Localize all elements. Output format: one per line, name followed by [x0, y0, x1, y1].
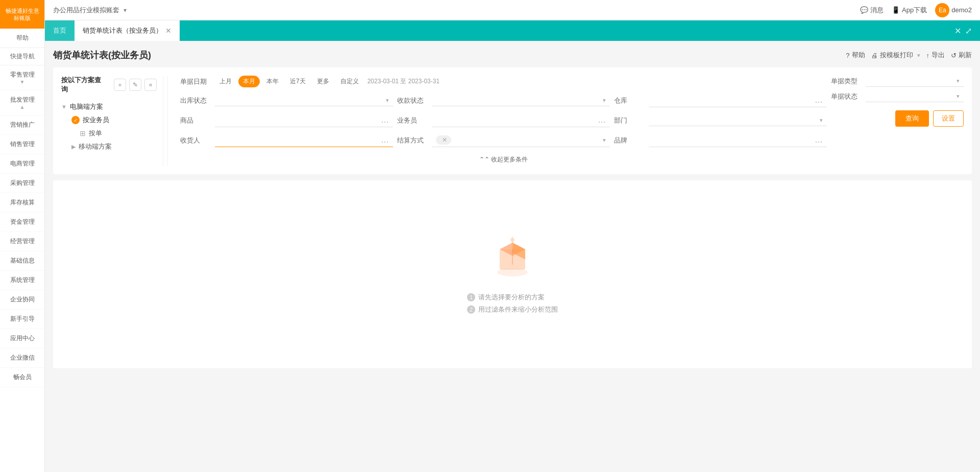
tab-close-window-icon[interactable]: ✕ [954, 26, 961, 36]
retail-label: 零售管理 [0, 70, 44, 79]
sidebar-item-sales[interactable]: 销售管理 [0, 135, 44, 154]
tree-mobile-expand-icon: ▶ [71, 144, 76, 150]
filter-row-docstatus: 单据状态 ▾ [831, 91, 964, 102]
marketing-label: 营销推广 [0, 121, 44, 129]
sidebar-item-wholesale[interactable]: 批发管理 ▲ [0, 90, 44, 115]
tip1-text: 请先选择要分析的方案 [478, 293, 545, 302]
refresh-btn[interactable]: ↺ 刷新 [951, 51, 972, 60]
sidebar-item-vip[interactable]: 畅会员 [0, 368, 44, 387]
sidebar-item-ops[interactable]: 经营管理 [0, 232, 44, 251]
sidebar-item-corpwechat[interactable]: 企业微信 [0, 348, 44, 368]
doc-status-chevron: ▾ [957, 93, 960, 100]
tab-home[interactable]: 首页 [45, 20, 75, 41]
goods-dots-icon[interactable]: … [381, 115, 389, 125]
wholesale-label: 批发管理 [0, 96, 44, 104]
date-btn-last-month[interactable]: 上月 [215, 76, 236, 87]
tip1-num: 1 [467, 293, 475, 301]
brand-control[interactable]: … [649, 133, 827, 147]
sidebar-search[interactable]: 帮助 [0, 29, 44, 48]
date-btn-7days[interactable]: 近7天 [285, 76, 310, 87]
department-control[interactable]: ▾ [649, 115, 827, 126]
tree-mobile[interactable]: ▶ 移动端方案 [61, 140, 157, 153]
date-btn-more[interactable]: 更多 [312, 76, 334, 87]
user-info[interactable]: Ea demo2 [935, 3, 972, 17]
sidebar-item-purchase[interactable]: 采购管理 [0, 174, 44, 193]
sidebar-item-marketing[interactable]: 营销推广 [0, 115, 44, 135]
tip2-text: 用过滤条件来缩小分析范围 [478, 305, 558, 314]
doc-status-label: 单据状态 [831, 92, 862, 101]
message-btn[interactable]: 💬 消息 [860, 6, 884, 15]
action-row: 查询 设置 [831, 110, 964, 127]
doc-status-control[interactable]: ▾ [866, 91, 964, 102]
tree-by-order[interactable]: ⊞ 按单 [61, 127, 157, 140]
sidebar-item-appcenter[interactable]: 应用中心 [0, 329, 44, 348]
page-title: 销货单统计表(按业务员) [53, 49, 151, 61]
inventory-label: 库存核算 [0, 198, 44, 207]
template-print-label: 按模板打印 [880, 51, 913, 60]
sidebar-item-retail[interactable]: 零售管理 ▼ [0, 65, 44, 90]
salesperson-control[interactable]: … [432, 113, 610, 127]
date-btn-this-month[interactable]: 本月 [238, 76, 260, 87]
tree-desktop[interactable]: ▼ 电脑端方案 [61, 100, 157, 113]
date-btn-custom[interactable]: 自定义 [336, 76, 363, 87]
filter-doc-status: 单据状态 ▾ [831, 91, 964, 102]
settlement-control[interactable]: ✕ ▾ [432, 133, 610, 147]
vip-label: 畅会员 [0, 373, 44, 382]
sidebar-item-ecommerce[interactable]: 电商管理 [0, 154, 44, 174]
help-btn[interactable]: ? 帮助 [846, 51, 865, 60]
template-print-btn[interactable]: 🖨 按模板打印 ▾ [871, 51, 920, 60]
tree-desktop-label: 电脑端方案 [70, 102, 103, 111]
export-icon: ↑ [926, 52, 930, 59]
left-panel: 按以下方案查询 ＋ ✎ « ▼ 电脑端方案 ✓ 按业务员 [61, 76, 163, 166]
newguide-label: 新手引导 [0, 315, 44, 323]
sidebar-quick-nav[interactable]: 快捷导航 [0, 48, 44, 65]
sidebar-logo-text: 畅捷通好生意 [6, 7, 39, 14]
sidebar-item-finance[interactable]: 资金管理 [0, 213, 44, 232]
industry-dropdown-icon[interactable]: ▾ [124, 7, 127, 14]
tab-expand-icon[interactable]: ⤢ [965, 26, 972, 36]
consignee-control[interactable]: … [215, 133, 393, 147]
sidebar-logo[interactable]: 畅捷通好生意 标账版 [0, 0, 45, 29]
add-solution-btn[interactable]: ＋ [114, 79, 126, 91]
warehouse-control[interactable]: … [649, 93, 827, 107]
doc-type-control[interactable]: ▾ [866, 76, 964, 87]
sidebar-item-enterprise[interactable]: 企业协同 [0, 290, 44, 310]
goods-label: 商品 [180, 116, 211, 125]
goods-control[interactable]: … [215, 113, 393, 127]
export-btn[interactable]: ↑ 导出 [926, 51, 945, 60]
sidebar-item-base[interactable]: 基础信息 [0, 251, 44, 271]
salesperson-dots-icon[interactable]: … [598, 115, 606, 125]
settings-btn[interactable]: 设置 [933, 110, 964, 127]
sidebar-item-system[interactable]: 系统管理 [0, 271, 44, 290]
order-icon: ⊞ [80, 129, 86, 137]
tree-by-salesperson[interactable]: ✓ 按业务员 [61, 113, 157, 127]
settlement-chevron: ▾ [603, 137, 606, 144]
collapse-btn[interactable]: ⌃⌃ 收起更多条件 [479, 155, 528, 164]
message-icon: 💬 [860, 6, 868, 14]
warehouse-dots-icon[interactable]: … [815, 96, 823, 105]
query-panel: 按以下方案查询 ＋ ✎ « ▼ 电脑端方案 ✓ 按业务员 [53, 67, 972, 174]
tabbar: 首页 销货单统计表（按业务员） ✕ ✕ ⤢ [45, 20, 980, 41]
app-download-btn[interactable]: 📱 App下载 [892, 6, 927, 15]
sidebar-item-newguide[interactable]: 新手引导 [0, 310, 44, 329]
sales-label: 销售管理 [0, 140, 44, 149]
tab-sales-stat[interactable]: 销货单统计表（按业务员） ✕ [75, 20, 180, 41]
tree-expand-icon: ▼ [61, 104, 67, 110]
tab-sales-stat-label: 销货单统计表（按业务员） [83, 26, 162, 35]
edit-solution-btn[interactable]: ✎ [129, 79, 141, 91]
export-label: 导出 [932, 51, 945, 60]
date-btn-this-year[interactable]: 本年 [262, 76, 283, 87]
collection-status-control[interactable]: ▾ [432, 95, 610, 106]
filter-goods: 商品 … [180, 113, 393, 127]
brand-dots-icon[interactable]: … [815, 135, 823, 145]
consignee-dots-icon[interactable]: … [381, 135, 389, 145]
tab-close-icon[interactable]: ✕ [165, 27, 172, 35]
settlement-clear-icon[interactable]: ✕ [442, 136, 447, 144]
collapse-icon: ⌃⌃ [479, 156, 491, 163]
sidebar-item-inventory[interactable]: 库存核算 [0, 193, 44, 213]
sidebar: 畅捷通好生意 标账版 帮助 快捷导航 零售管理 ▼ 批发管理 ▲ 营销推广 销售… [0, 0, 45, 472]
out-status-control[interactable]: ▾ [215, 95, 393, 106]
collapse-solution-btn[interactable]: « [144, 79, 157, 91]
query-btn[interactable]: 查询 [895, 110, 929, 127]
filter-brand: 品牌 … [614, 133, 827, 147]
